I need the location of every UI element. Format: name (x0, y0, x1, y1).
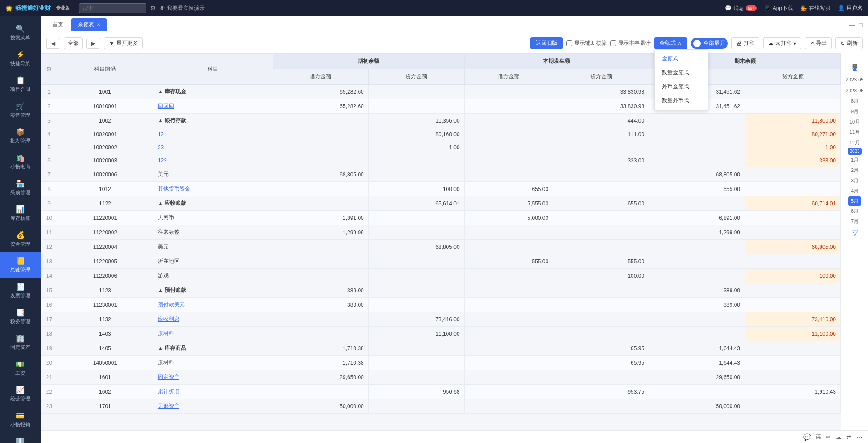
search-input[interactable] (79, 3, 146, 13)
sidebar-item-ops[interactable]: 📈 经营管理 (0, 381, 41, 407)
account-name[interactable]: 无形资产 (153, 399, 273, 414)
row-number: 4 (41, 128, 57, 141)
all-button[interactable]: 全部 (64, 37, 83, 49)
sidebar-item-tax[interactable]: 📑 税务管理 (0, 304, 41, 329)
account-name[interactable]: 23 (153, 141, 273, 154)
tab-balance-close[interactable]: ✕ (97, 22, 100, 27)
date-item-4[interactable]: 4月 (851, 186, 859, 196)
tab-minimize-icon[interactable]: — (849, 21, 855, 29)
account-name[interactable]: 应收利息 (153, 312, 273, 327)
tab-maximize-icon[interactable]: □ (859, 21, 863, 29)
row-number: 6 (41, 154, 57, 167)
date-item-6[interactable]: 6月 (851, 206, 859, 216)
mode-qty-amount-item[interactable]: 数量金额式 (655, 66, 708, 80)
date-item-2[interactable]: 2月 (851, 165, 859, 176)
bottom-connect-icon[interactable]: ⇄ (846, 433, 852, 441)
tab-home[interactable]: 首页 (46, 18, 70, 31)
sidebar-item-retail[interactable]: 🛒 零售管理 (0, 97, 41, 123)
bottom-cloud2-icon[interactable]: ☁ (835, 433, 842, 441)
assist-checkbox[interactable] (566, 40, 572, 46)
date-year-2023[interactable]: 2023 (848, 148, 861, 155)
date-item-10[interactable]: 10月 (849, 117, 860, 127)
row-number: 12 (41, 240, 57, 254)
sidebar-item-ledger[interactable]: 📒 总账管理 (0, 252, 41, 278)
account-name[interactable]: 其他货币资金 (153, 182, 273, 196)
msg-button[interactable]: 💬 消息 99+ (725, 5, 756, 12)
app-download-label: App下载 (773, 5, 793, 12)
prev-button[interactable]: ◀ (46, 38, 60, 49)
table-row: 1111220002往来标签1,299.991,299.99 (41, 225, 841, 240)
date-item-1[interactable]: 1月 (851, 155, 859, 165)
sidebar-item-salary[interactable]: 💵 工资 (0, 355, 41, 381)
account-name[interactable]: 回回回 (153, 99, 273, 114)
export-button[interactable]: ↗ 导出 (805, 37, 832, 49)
date-item-5[interactable]: 5月 (848, 196, 861, 206)
app-download-button[interactable]: 📱 App下载 (764, 5, 793, 12)
show-assist-check[interactable]: 显示辅助核算 (566, 39, 607, 47)
date-item-2023-05-2[interactable]: 2023.05 (841, 86, 868, 95)
sidebar-item-assets[interactable]: 🏢 固定资产 (0, 329, 41, 355)
tab-balance[interactable]: 余额表 ✕ (71, 18, 107, 31)
opening-header: 期初余额 (273, 54, 464, 69)
account-name[interactable]: 固定资产 (153, 370, 273, 385)
opening-credit (368, 283, 464, 298)
bottom-lang-button[interactable]: 英 (816, 433, 821, 441)
top-bar-center: ⚙ 👁 我要看实例演示 (79, 3, 725, 13)
return-old-button[interactable]: 返回旧版 (530, 37, 563, 49)
mode-amount-item[interactable]: 金额式 (655, 52, 708, 66)
demo-link[interactable]: 👁 我要看实例演示 (160, 5, 205, 12)
period-up-arrow[interactable]: ▲ (849, 62, 860, 74)
mode-qty-foreign-item[interactable]: 数量外币式 (655, 94, 708, 108)
next-button[interactable]: ▶ (86, 38, 100, 49)
sidebar-label-tax: 税务管理 (10, 319, 30, 324)
expand-button[interactable]: ▼ 展开更多 (104, 37, 143, 49)
account-name[interactable]: 原材料 (153, 327, 273, 341)
sidebar-item-search-menu[interactable]: 🔍 搜索菜单 (0, 20, 41, 46)
account-name[interactable]: 预付款美元 (153, 298, 273, 312)
mode-foreign-item[interactable]: 外币金额式 (655, 80, 708, 94)
sidebar-item-purchase[interactable]: 🏪 采购管理 (0, 175, 41, 200)
date-item-8[interactable]: 8月 (851, 96, 859, 106)
online-service-button[interactable]: 💁 在线客服 (800, 5, 830, 12)
refresh-button[interactable]: ↻ 刷新 (835, 37, 863, 49)
period-down-arrow[interactable]: ▽ (850, 227, 859, 239)
expand-all-toggle[interactable]: 全部展开 (691, 38, 728, 49)
sidebar-item-inventory[interactable]: 📊 库存核算 (0, 200, 41, 226)
account-name[interactable]: 122 (153, 154, 273, 167)
date-item-3[interactable]: 3月 (851, 176, 859, 186)
sidebar-item-invoice[interactable]: 🧾 发票管理 (0, 278, 41, 304)
date-2023-05: 2023.05 (841, 75, 868, 84)
period-debit: 655.00 (464, 182, 553, 196)
print-button[interactable]: 🖨 打印 (731, 37, 760, 49)
table-settings-icon[interactable]: ⚙ (46, 66, 52, 73)
closing-debit (649, 141, 745, 154)
sidebar-item-sales[interactable]: 💳 小畅报销 (0, 407, 41, 433)
sidebar-item-quick-nav[interactable]: ⚡ 快捷导航 (0, 46, 41, 71)
date-item-2023-05[interactable]: 2023.05 (841, 75, 868, 84)
account-name[interactable]: 累计折旧 (153, 385, 273, 399)
period-debit (464, 225, 553, 240)
show-yearly-check[interactable]: 显示本年累计 (610, 39, 651, 47)
account-code: 11230001 (57, 298, 153, 312)
date-item-9[interactable]: 9月 (851, 106, 859, 117)
sidebar-item-wholesale[interactable]: 📦 批发管理 (0, 123, 41, 149)
settings-icon[interactable]: ⚙ (150, 5, 156, 12)
sidebar-item-capital[interactable]: 💰 资金管理 (0, 226, 41, 252)
project-icon: 📋 (2, 76, 39, 85)
yearly-checkbox[interactable] (610, 40, 616, 46)
closing-debit: 1,644.43 (649, 356, 745, 370)
date-item-12[interactable]: 12月 (849, 138, 860, 148)
date-item-11[interactable]: 11月 (849, 127, 860, 138)
sidebar-item-ecommerce[interactable]: 🛍️ 小畅电商 (0, 149, 41, 175)
account-name[interactable]: 12 (153, 128, 273, 141)
closing-debit: 555.00 (649, 182, 745, 196)
bottom-more-icon[interactable]: ⋯ (856, 433, 863, 441)
mode-button[interactable]: 金额式 ∧ (654, 37, 687, 49)
bottom-feedback-icon[interactable]: 💬 (803, 433, 811, 441)
user-avatar[interactable]: 👤 用户名 (838, 5, 863, 12)
bottom-edit-icon[interactable]: ✏ (826, 433, 831, 441)
sidebar-item-basic[interactable]: ℹ️ 基础信息 (0, 433, 41, 443)
cloud-print-button[interactable]: ☁ 云打印 ▾ (763, 37, 801, 49)
sidebar-item-project[interactable]: 📋 项目合同 (0, 71, 41, 97)
date-item-7[interactable]: 7月 (851, 216, 859, 227)
